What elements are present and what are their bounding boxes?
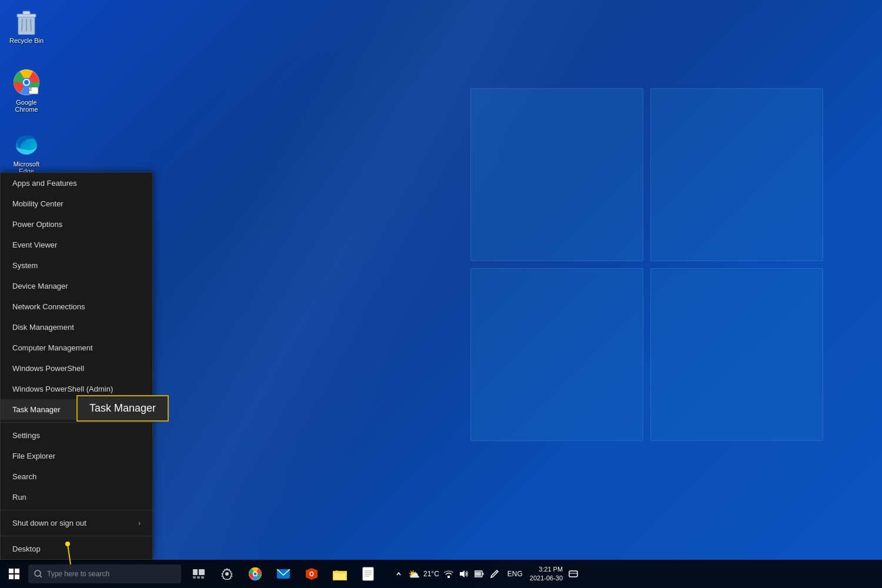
search-placeholder: Type here to search: [47, 570, 109, 578]
svg-point-20: [35, 570, 41, 576]
taskbar-office[interactable]: O: [299, 561, 325, 587]
chrome-icon: [12, 68, 41, 96]
svg-rect-19: [15, 574, 19, 579]
menu-divider-1: [1, 422, 152, 423]
taskbar-file-explorer[interactable]: [327, 561, 353, 587]
menu-item-system[interactable]: System: [1, 255, 152, 276]
chrome-taskbar-icon: [248, 567, 262, 581]
taskbar-settings[interactable]: [214, 561, 240, 587]
svg-rect-25: [197, 576, 200, 579]
tray-weather[interactable]: ⛅: [408, 568, 420, 580]
svg-line-21: [40, 576, 42, 577]
system-tray-icons: ⛅ 21°C: [393, 568, 500, 580]
tray-notifications[interactable]: [567, 568, 579, 580]
svg-line-3: [22, 19, 22, 31]
logo-pane-br: [650, 268, 823, 441]
network-icon: [444, 570, 453, 578]
desktop: Recycle Bin Google Chrome: [0, 0, 882, 588]
chevron-up-icon: [396, 571, 402, 577]
menu-item-settings[interactable]: Settings: [1, 425, 152, 446]
taskbar-chrome[interactable]: [242, 561, 268, 587]
tray-expand[interactable]: [393, 568, 405, 580]
taskbar-clock[interactable]: 3:21 PM 2021-06-30: [530, 565, 563, 583]
svg-rect-26: [201, 576, 204, 579]
menu-item-desktop[interactable]: Desktop: [1, 539, 152, 559]
menu-item-shut-down[interactable]: Shut down or sign out ›: [1, 513, 152, 533]
tray-pen[interactable]: [489, 568, 500, 580]
chrome-label: Google Chrome: [6, 99, 46, 113]
logo-pane-tl: [470, 88, 643, 261]
taskbar-search-icon: [34, 570, 42, 578]
svg-rect-47: [482, 573, 484, 575]
svg-point-27: [225, 572, 229, 576]
tray-sound[interactable]: [458, 568, 470, 580]
menu-divider-3: [1, 536, 152, 536]
svg-point-31: [254, 573, 257, 576]
notifications-icon: [569, 569, 578, 579]
logo-pane-tr: [650, 88, 823, 261]
svg-line-5: [31, 19, 31, 31]
taskbar-app-icons: O: [181, 561, 386, 587]
desktop-icon-recycle-bin[interactable]: Recycle Bin: [3, 3, 50, 48]
svg-rect-43: [447, 576, 450, 578]
svg-line-48: [496, 572, 497, 573]
windows-logo-desktop: [470, 88, 823, 441]
recycle-bin-icon: [12, 6, 41, 35]
menu-item-windows-powershell[interactable]: Windows PowerShell: [1, 358, 152, 379]
sound-icon: [459, 569, 469, 579]
taskbar: Type here to search: [0, 560, 882, 588]
start-button[interactable]: [0, 560, 28, 588]
svg-rect-24: [193, 576, 196, 579]
battery-icon: [475, 570, 484, 577]
recycle-bin-label: Recycle Bin: [9, 37, 44, 44]
pen-icon: [490, 569, 499, 579]
svg-rect-46: [475, 572, 481, 576]
task-manager-tooltip: Task Manager: [76, 395, 169, 422]
settings-taskbar-icon: [221, 568, 233, 580]
taskbar-search[interactable]: Type here to search: [28, 564, 181, 583]
svg-rect-23: [199, 569, 205, 575]
menu-item-apps-features[interactable]: Apps and Features: [1, 173, 152, 193]
logo-pane-bl: [470, 268, 643, 441]
svg-rect-22: [193, 569, 198, 575]
svg-rect-16: [9, 569, 14, 573]
svg-rect-49: [569, 571, 577, 577]
menu-item-device-manager[interactable]: Device Manager: [1, 276, 152, 296]
taskbar-mail[interactable]: [270, 561, 296, 587]
desktop-icon-chrome[interactable]: Google Chrome: [3, 65, 50, 116]
svg-rect-38: [363, 567, 373, 580]
menu-item-power-options[interactable]: Power Options: [1, 214, 152, 235]
menu-divider-2: [1, 510, 152, 510]
tray-battery[interactable]: [473, 568, 485, 580]
desktop-icon-edge[interactable]: Microsoft Edge: [3, 126, 50, 178]
svg-rect-18: [9, 574, 14, 579]
notepad-taskbar-icon: [362, 567, 374, 581]
svg-rect-17: [15, 569, 19, 573]
mail-taskbar-icon: [276, 568, 290, 580]
svg-point-10: [24, 80, 29, 85]
taskbar-notepad[interactable]: [355, 561, 381, 587]
svg-rect-37: [334, 573, 346, 579]
menu-item-search[interactable]: Search: [1, 466, 152, 487]
menu-item-network-connections[interactable]: Network Connections: [1, 296, 152, 317]
menu-item-file-explorer[interactable]: File Explorer: [1, 446, 152, 466]
file-explorer-taskbar-icon: [333, 567, 347, 580]
edge-icon: [12, 130, 41, 158]
tray-network[interactable]: [443, 568, 455, 580]
svg-marker-44: [460, 570, 465, 577]
context-menu: Apps and Features Mobility Center Power …: [0, 172, 153, 560]
menu-item-event-viewer[interactable]: Event Viewer: [1, 235, 152, 255]
shut-down-arrow: ›: [138, 519, 141, 527]
menu-item-run[interactable]: Run: [1, 487, 152, 507]
taskbar-task-view[interactable]: [186, 561, 212, 587]
svg-text:O: O: [309, 571, 314, 577]
tray-language: ENG: [507, 570, 523, 578]
task-view-icon: [193, 569, 205, 579]
menu-item-mobility-center[interactable]: Mobility Center: [1, 193, 152, 214]
menu-item-disk-management[interactable]: Disk Management: [1, 317, 152, 338]
tray-temperature: 21°C: [423, 570, 439, 578]
office-taskbar-icon: O: [305, 567, 319, 581]
menu-item-computer-management[interactable]: Computer Management: [1, 338, 152, 358]
taskbar-date: 2021-06-30: [530, 574, 563, 583]
windows-start-icon: [9, 569, 19, 579]
